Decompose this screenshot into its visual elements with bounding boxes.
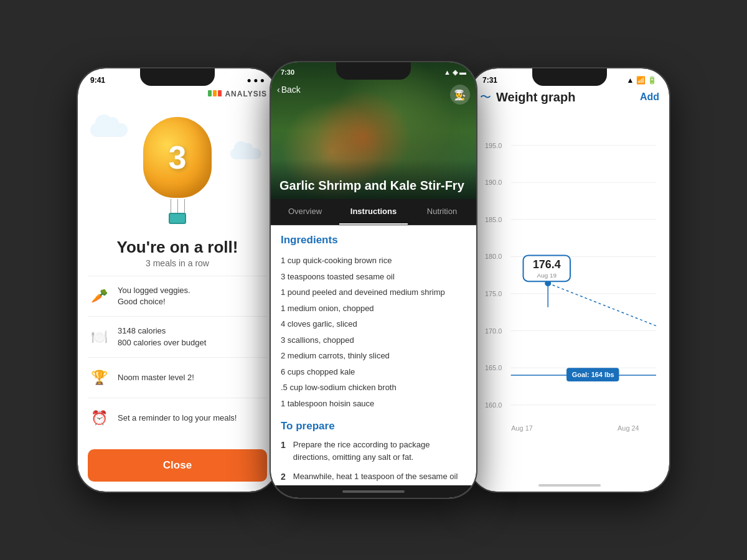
notch-left: [140, 68, 215, 86]
weight-title-area: 〜 Weight graph: [480, 90, 575, 105]
insight-item-reminder: ⏰ Set a reminder to log your meals!: [78, 401, 277, 436]
home-bar-right: [538, 484, 601, 487]
svg-text:Aug 24: Aug 24: [618, 424, 639, 432]
flag-icon: [208, 90, 222, 96]
status-icons-left: ● ● ●: [247, 76, 265, 85]
insight-text-veggie: You logged veggies.Good choice!: [118, 285, 190, 307]
tab-instructions[interactable]: Instructions: [339, 199, 408, 225]
cloud-right: [230, 148, 261, 159]
trophy-icon: 🏆: [88, 366, 110, 389]
veggie-icon: 🥕: [88, 285, 110, 307]
status-icons-center: ▲ ◈ ▬: [444, 68, 466, 77]
calories-icon: 🍽️: [88, 326, 110, 348]
svg-text:160.0: 160.0: [485, 401, 502, 409]
step-2: 2 Meanwhile, heat 1 teaspoon of the sesa…: [281, 470, 466, 485]
ingredient-2: 3 teaspoons toasted sesame oil: [281, 269, 466, 285]
svg-text:170.0: 170.0: [485, 327, 502, 335]
time-center: 7:30: [281, 68, 294, 77]
ingredient-6: 3 scallions, chopped: [281, 332, 466, 348]
balloon: 3: [143, 117, 212, 198]
analysis-label: ANALYSIS: [225, 90, 267, 98]
back-button[interactable]: ‹ Back: [277, 85, 301, 95]
svg-text:175.0: 175.0: [485, 290, 502, 297]
bottom-indicator-right: [470, 479, 669, 492]
divider-4: [88, 398, 267, 398]
right-phone: 7:31 ▲ 📶 🔋 〜 Weight graph Add 195.0 190.…: [470, 68, 669, 492]
ingredient-3: 1 pound peeled and deveined medium shrim…: [281, 284, 466, 301]
home-indicator-center: [271, 485, 476, 498]
add-button[interactable]: Add: [640, 91, 659, 103]
ingredient-1: 1 cup quick-cooking brown rice: [281, 253, 466, 269]
svg-text:185.0: 185.0: [485, 216, 502, 223]
balloon-strings: [171, 199, 185, 213]
ingredient-8: 6 cups chopped kale: [281, 364, 466, 380]
analysis-header: ANALYSIS: [78, 87, 277, 98]
ingredient-9: .5 cup low-sodium chicken broth: [281, 380, 466, 396]
insight-item-level: 🏆 Noom master level 2!: [78, 360, 277, 395]
notch-center: [336, 62, 411, 80]
to-prepare-title: To prepare: [281, 420, 466, 432]
ingredient-7: 2 medium carrots, thinly sliced: [281, 348, 466, 364]
divider-3: [88, 357, 267, 358]
weight-graph-area: 195.0 190.0 185.0 180.0 175.0 170.0 165.…: [470, 111, 669, 479]
svg-text:Goal: 164 lbs: Goal: 164 lbs: [572, 371, 614, 378]
tab-overview[interactable]: Overview: [271, 199, 339, 225]
insight-text-reminder: Set a reminder to log your meals!: [118, 413, 237, 424]
balloon-basket: [169, 213, 186, 224]
time-right: 7:31: [482, 76, 497, 85]
weight-title: Weight graph: [496, 90, 575, 105]
step-1: 1 Prepare the rice according to package …: [281, 439, 466, 463]
ingredient-5: 4 cloves garlic, sliced: [281, 316, 466, 332]
weight-graph-icon: 〜: [480, 90, 491, 105]
svg-text:Aug 19: Aug 19: [537, 272, 557, 279]
step-text-2: Meanwhile, heat 1 teaspoon of the sesame…: [293, 470, 466, 485]
center-phone: 7:30 ▲ ◈ ▬ ‹ Back 👨‍🍳 Garlic Shrimp and …: [271, 62, 476, 498]
close-button[interactable]: Close: [88, 449, 267, 482]
svg-text:165.0: 165.0: [485, 364, 502, 371]
svg-text:180.0: 180.0: [485, 253, 502, 260]
svg-text:Aug 17: Aug 17: [511, 424, 533, 432]
recipe-hero: 7:30 ▲ ◈ ▬ ‹ Back 👨‍🍳 Garlic Shrimp and …: [271, 62, 476, 199]
status-icons-right: ▲ 📶 🔋: [626, 76, 657, 85]
ingredient-4: 1 medium onion, chopped: [281, 301, 466, 317]
alarm-icon: ⏰: [88, 407, 110, 429]
home-bar-center: [342, 490, 405, 493]
balloon-area: 3: [78, 98, 277, 235]
recipe-title: Garlic Shrimp and Kale Stir-Fry: [280, 178, 467, 193]
time-left: 9:41: [90, 76, 105, 85]
svg-text:176.4: 176.4: [533, 258, 561, 271]
divider-1: [88, 276, 267, 276]
recipe-content: Ingredients 1 cup quick-cooking brown ri…: [271, 225, 476, 485]
left-phone: 9:41 ● ● ● ANALYSIS 3: [78, 68, 277, 492]
step-number-2: 2: [281, 472, 286, 485]
roll-subtitle: 3 meals in a row: [78, 257, 277, 273]
insight-text-calories: 3148 calories800 calories over budget: [118, 325, 206, 348]
svg-line-19: [548, 283, 656, 326]
back-label: Back: [281, 85, 301, 95]
step-text-1: Prepare the rice according to package di…: [293, 439, 466, 463]
ingredient-10: 1 tablespoon hoisin sauce: [281, 396, 466, 412]
weight-graph-svg: 195.0 190.0 185.0 180.0 175.0 170.0 165.…: [480, 111, 659, 479]
chef-icon[interactable]: 👨‍🍳: [450, 85, 470, 105]
insight-item-calories: 🍽️ 3148 calories800 calories over budget: [78, 319, 277, 354]
recipe-overlay: Garlic Shrimp and Kale Stir-Fry: [271, 159, 476, 199]
streak-number: 3: [169, 139, 187, 176]
insight-text-level: Noom master level 2!: [118, 372, 194, 383]
svg-text:190.0: 190.0: [485, 179, 502, 186]
notch-right: [532, 68, 607, 86]
ingredients-title: Ingredients: [281, 234, 466, 246]
recipe-tabs: Overview Instructions Nutrition: [271, 199, 476, 225]
cloud-left: [90, 123, 128, 137]
tab-nutrition[interactable]: Nutrition: [408, 199, 476, 225]
svg-text:195.0: 195.0: [485, 142, 502, 149]
divider-2: [88, 316, 267, 317]
weight-header: 〜 Weight graph Add: [470, 87, 669, 111]
step-number-1: 1: [281, 440, 286, 463]
insight-item-veggie: 🥕 You logged veggies.Good choice!: [78, 279, 277, 314]
roll-title: You're on a roll!: [78, 235, 277, 257]
